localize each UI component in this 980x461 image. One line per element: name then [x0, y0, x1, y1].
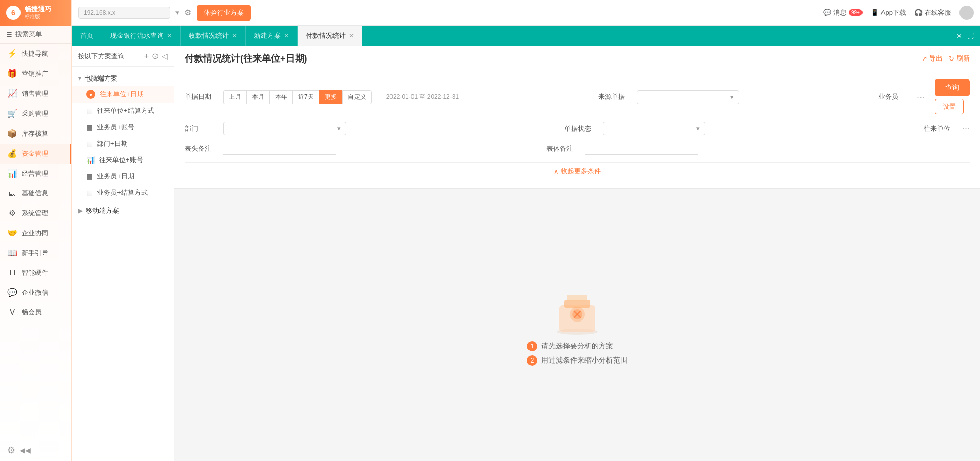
scheme-icon: ▦ — [86, 189, 93, 197]
export-button[interactable]: ↗ 导出 — [922, 54, 943, 63]
scheme-group-mobile[interactable]: ▶ 移动端方案 — [72, 203, 174, 218]
app-download-button[interactable]: 📱 App下载 — [871, 8, 906, 17]
search-menu[interactable]: ☰ 搜索菜单 — [0, 26, 71, 44]
tab-new-scheme[interactable]: 新建方案 ✕ — [246, 26, 298, 46]
sidebar-item-enterprise[interactable]: 🤝 企业协同 — [0, 223, 71, 243]
address-bar[interactable]: 192.168.x.x — [78, 7, 170, 19]
message-button[interactable]: 💬 消息 99+ — [823, 8, 863, 17]
scheme-item-dept-date[interactable]: ▦ 部门+日期 — [72, 135, 174, 152]
date-btn-this-year[interactable]: 本年 — [269, 90, 292, 104]
sidebar-nav: ⚡ 快捷导航 🎁 营销推广 📈 销售管理 🛒 采购管理 📦 库存核算 💰 资金管… — [0, 44, 71, 439]
scheme-item-label: 往来单位+账号 — [99, 155, 143, 165]
body-note-input[interactable] — [585, 143, 698, 155]
finance-icon: 💰 — [7, 149, 17, 158]
collapse-sidebar-button[interactable]: ◀◀ — [19, 446, 31, 454]
refresh-button[interactable]: ↻ 刷新 — [949, 54, 970, 63]
tab-receipt-stats[interactable]: 收款情况统计 ✕ — [181, 26, 246, 46]
chart-icon: 📊 — [86, 156, 95, 164]
sidebar-item-label: 销售管理 — [22, 89, 48, 98]
expand-icon[interactable]: ⛶ — [967, 32, 974, 40]
head-note-input[interactable] — [223, 143, 336, 155]
collapse-arrow-icon: ∧ — [554, 168, 559, 175]
settings-footer-button[interactable]: ⚙ — [7, 445, 15, 456]
scheme-item-unit-settle[interactable]: ▦ 往来单位+结算方式 — [72, 103, 174, 119]
scheme-item-staff-settle[interactable]: ▦ 业务员+结算方式 — [72, 185, 174, 201]
trial-button[interactable]: 体验行业方案 — [197, 5, 251, 21]
empty-hints: 1 请先选择要分析的方案 2 用过滤条件来缩小分析范围 — [527, 341, 628, 366]
scheme-item-unit-date[interactable]: ● 往来单位+日期 — [72, 86, 174, 103]
refresh-label: 刷新 — [956, 54, 970, 63]
staff-dots[interactable]: ··· — [917, 92, 925, 103]
sidebar-item-quick-nav[interactable]: ⚡ 快捷导航 — [0, 44, 71, 64]
doc-status-select[interactable]: ▾ — [603, 122, 705, 135]
sidebar-item-hardware[interactable]: 🖥 智能硬件 — [0, 263, 71, 283]
empty-illustration — [546, 285, 608, 336]
marketing-icon: 🎁 — [7, 69, 17, 78]
sidebar-item-basic[interactable]: 🗂 基础信息 — [0, 184, 71, 203]
sidebar-item-label: 营销推广 — [22, 69, 48, 78]
date-btn-custom[interactable]: 自定义 — [342, 90, 372, 104]
settings-button[interactable]: 设置 — [935, 99, 964, 114]
hint-number-2: 2 — [527, 355, 537, 366]
date-btn-more[interactable]: 更多 — [319, 90, 342, 104]
tab-bank-flow[interactable]: 现金银行流水查询 ✕ — [102, 26, 181, 46]
date-btn-last-7[interactable]: 近7天 — [292, 90, 319, 104]
unit-dots[interactable]: ··· — [962, 123, 970, 134]
collapse-bar[interactable]: ∧ 收起更多条件 — [185, 162, 970, 180]
sidebar-item-marketing[interactable]: 🎁 营销推广 — [0, 64, 71, 84]
close-all-icon[interactable]: ✕ — [956, 32, 962, 40]
scheme-group-pc[interactable]: ▾ 电脑端方案 — [72, 71, 174, 86]
tab-close-icon[interactable]: ✕ — [167, 32, 172, 39]
source-select[interactable]: ▾ — [637, 90, 739, 104]
settings-icon[interactable]: ⚙ — [184, 8, 191, 17]
add-scheme-button[interactable]: + — [144, 52, 149, 61]
scheme-item-staff-account[interactable]: ▦ 业务员+账号 — [72, 119, 174, 135]
tab-close-icon[interactable]: ✕ — [349, 32, 354, 39]
head-note-label: 表头备注 — [185, 144, 213, 153]
scheme-item-unit-account[interactable]: 📊 往来单位+账号 — [72, 152, 174, 168]
service-label: 在线客服 — [925, 8, 951, 17]
dept-label: 部门 — [185, 124, 213, 133]
export-label: 导出 — [929, 54, 943, 63]
sidebar-item-purchase[interactable]: 🛒 采购管理 — [0, 104, 71, 124]
dept-select[interactable]: ▾ — [223, 122, 346, 135]
body-note-label: 表体备注 — [546, 144, 575, 153]
scheme-item-staff-date[interactable]: ▦ 业务员+日期 — [72, 168, 174, 185]
tab-payment-stats[interactable]: 付款情况统计 ✕ — [298, 26, 362, 46]
date-btn-last-month[interactable]: 上月 — [223, 90, 246, 104]
query-button[interactable]: 查询 — [935, 79, 970, 96]
scheme-panel-header-actions: + ⊙ ◁ — [144, 51, 168, 61]
hardware-icon: 🖥 — [7, 268, 17, 277]
page-title: 付款情况统计(往来单位+日期) — [185, 52, 307, 65]
sidebar-item-label: 资金管理 — [22, 149, 48, 158]
service-button[interactable]: 🎧 在线客服 — [914, 8, 951, 17]
tab-home[interactable]: 首页 — [72, 26, 102, 46]
sidebar-item-guide[interactable]: 📖 新手引导 — [0, 243, 71, 263]
sidebar-item-label: 畅会员 — [22, 308, 42, 317]
tab-close-icon[interactable]: ✕ — [232, 32, 237, 39]
sidebar-item-label: 系统管理 — [22, 209, 48, 218]
sidebar: 6 畅捷通巧 标准版 ☰ 搜索菜单 ⚡ 快捷导航 🎁 营销推广 📈 销售管理 🛒… — [0, 0, 72, 461]
user-avatar[interactable] — [959, 6, 974, 20]
sidebar-item-sales[interactable]: 📈 销售管理 — [0, 84, 71, 104]
sidebar-item-label: 快捷导航 — [22, 49, 48, 58]
tab-label: 现金银行流水查询 — [110, 31, 164, 41]
search-icon: ☰ — [6, 31, 12, 38]
topbar-actions: 💬 消息 99+ 📱 App下载 🎧 在线客服 — [823, 6, 974, 20]
sidebar-item-system[interactable]: ⚙ 系统管理 — [0, 203, 71, 223]
settings-scheme-button[interactable]: ⊙ — [152, 51, 159, 61]
sidebar-item-operation[interactable]: 📊 经营管理 — [0, 164, 71, 184]
filter-area: 单据日期 上月 本月 本年 近7天 更多 自定义 2022-01-01 至 20… — [174, 71, 980, 189]
date-btn-this-month[interactable]: 本月 — [246, 90, 269, 104]
sidebar-item-inventory[interactable]: 📦 库存核算 — [0, 124, 71, 144]
system-icon: ⚙ — [7, 208, 17, 218]
sidebar-item-member[interactable]: V 畅会员 — [0, 303, 71, 322]
collapse-scheme-button[interactable]: ◁ — [162, 51, 168, 61]
operation-icon: 📊 — [7, 169, 17, 178]
tab-close-icon[interactable]: ✕ — [284, 32, 289, 39]
sidebar-item-finance[interactable]: 💰 资金管理 — [0, 144, 71, 164]
sidebar-item-wechat[interactable]: 💬 企业微信 — [0, 283, 71, 303]
scheme-panel: 按以下方案查询 + ⊙ ◁ ▾ 电脑端方案 ● 往来单位+日期 ▦ — [72, 46, 174, 461]
date-range-text: 2022-01-01 至 2022-12-31 — [386, 93, 459, 102]
address-dropdown-icon[interactable]: ▾ — [175, 9, 179, 16]
